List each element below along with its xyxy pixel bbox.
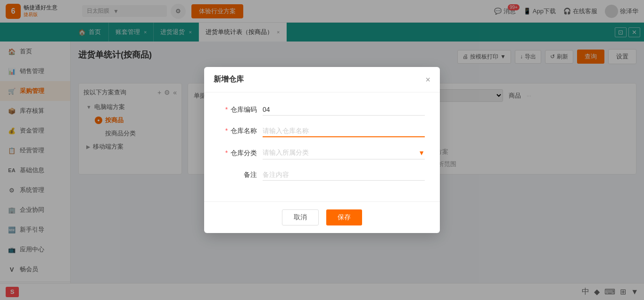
code-label: * 仓库编码 <box>219 106 257 114</box>
form-row-code: * 仓库编码 <box>219 104 425 116</box>
warehouse-code-input[interactable] <box>263 104 425 116</box>
new-warehouse-dialog: 新增仓库 × * 仓库编码 * 仓库名称 <box>204 67 440 233</box>
remark-input[interactable] <box>263 169 425 181</box>
cancel-button[interactable]: 取消 <box>282 209 319 225</box>
dialog-body: * 仓库编码 * 仓库名称 * 仓库分类 请输入所属 <box>204 92 440 201</box>
required-star-name: * <box>225 127 228 134</box>
dialog-close-button[interactable]: × <box>425 75 430 84</box>
dialog-footer: 取消 保存 <box>204 201 440 233</box>
required-star-code: * <box>225 106 228 113</box>
required-star-category: * <box>225 149 228 157</box>
name-label: * 仓库名称 <box>219 127 257 135</box>
category-dropdown-icon: ▼ <box>418 149 425 157</box>
modal-overlay: 新增仓库 × * 仓库编码 * 仓库名称 <box>0 0 644 300</box>
dialog-header: 新增仓库 × <box>204 67 440 92</box>
category-select[interactable]: 请输入所属分类 ▼ <box>263 147 425 159</box>
category-label: * 仓库分类 <box>219 149 257 158</box>
category-placeholder: 请输入所属分类 <box>263 149 309 157</box>
dialog-title: 新增仓库 <box>214 75 244 84</box>
form-row-name: * 仓库名称 <box>219 125 425 137</box>
form-row-remark: 备注 <box>219 169 425 181</box>
warehouse-name-input[interactable] <box>263 125 425 137</box>
remark-label: 备注 <box>219 171 257 179</box>
form-row-category: * 仓库分类 请输入所属分类 ▼ <box>219 147 425 159</box>
save-button[interactable]: 保存 <box>326 209 362 225</box>
